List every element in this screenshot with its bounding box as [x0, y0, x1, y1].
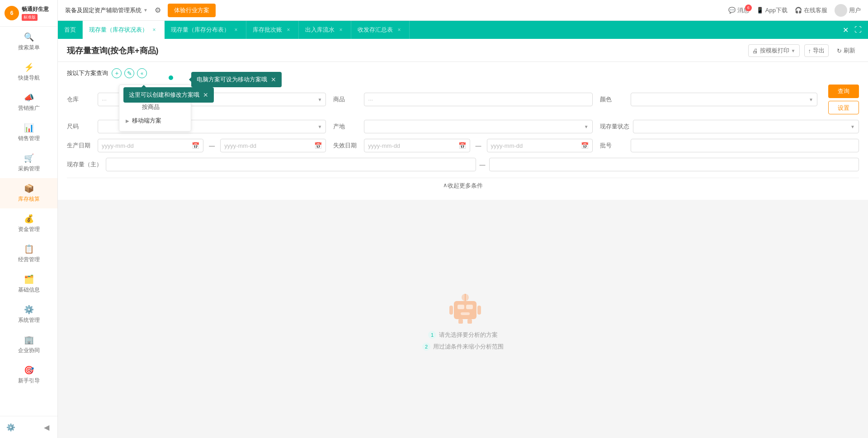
edit-schema-btn[interactable]: ✎ [124, 68, 134, 78]
mobile-schema-group[interactable]: ▶ 移动端方案 [119, 115, 191, 127]
color-select[interactable]: ▼ [631, 93, 817, 106]
inv-qty-from[interactable] [106, 158, 476, 171]
purchase-icon: 🛒 [24, 153, 34, 163]
collapse-bar[interactable]: ∧ 收起更多条件 [67, 178, 859, 193]
mobile-icon: 📱 [756, 7, 764, 14]
system-select[interactable]: 装备及固定资产辅助管理系统 ▼ [65, 6, 148, 14]
system-settings-icon[interactable]: ⚙ [151, 4, 164, 17]
system-title: 装备及固定资产辅助管理系统 [65, 6, 142, 14]
svg-rect-7 [477, 306, 481, 315]
sidebar-item-operations[interactable]: 📋 经营管理 [0, 239, 57, 269]
tab-close-dist[interactable]: × [232, 26, 240, 33]
tab-close-inout[interactable]: × [337, 26, 344, 33]
refresh-btn[interactable]: ↻ 刷新 [833, 45, 859, 57]
back-schema-btn[interactable]: « [137, 68, 147, 78]
tab-maximize-icon[interactable]: ⛶ [852, 24, 864, 36]
inventory-status-select[interactable]: ▼ [633, 120, 859, 133]
tab-close-inventory-status[interactable]: × [151, 26, 158, 33]
add-schema-btn[interactable]: ＋ [112, 68, 122, 78]
system-icon: ⚙️ [24, 305, 34, 315]
app-download[interactable]: 📱 App下载 [756, 6, 788, 14]
sidebar: 6 畅通好生意 标准版 🔍 搜索菜单 ⚡ 快捷导航 📣 营销推广 📊 销售管理 … [0, 0, 58, 438]
hint-num-2: 2 [422, 343, 430, 351]
export-btn[interactable]: ↑ 导出 [804, 44, 829, 57]
online-service[interactable]: 🎧 在线客服 [795, 6, 827, 14]
tab-home[interactable]: 首页 [58, 21, 83, 39]
sidebar-item-sales[interactable]: 📊 销售管理 [0, 118, 57, 148]
user-avatar [835, 4, 847, 17]
sidebar-item-inventory[interactable]: 📦 库存核算 [0, 178, 57, 208]
logo-text-area: 畅通好生意 标准版 [22, 5, 49, 21]
print-dropdown: ▼ [791, 48, 796, 53]
sidebar-label-operations: 经营管理 [18, 256, 40, 264]
sidebar-bottom: ⚙️ ◀ [0, 416, 57, 438]
collapse-sidebar-icon[interactable]: ◀ [40, 421, 53, 433]
sidebar-label-basic: 基础信息 [18, 286, 40, 294]
product-dots: ··· [368, 96, 373, 103]
filter-inventory-status: 现存量状态 ▼ [600, 120, 859, 133]
prod-date-from[interactable]: yyyy-mm-dd 📅 [98, 139, 203, 152]
hint-text-1: 请先选择要分析的方案 [439, 331, 498, 339]
sidebar-item-search[interactable]: 🔍 搜索菜单 [0, 27, 57, 57]
sidebar-item-marketing[interactable]: 📣 营销推广 [0, 87, 57, 118]
tab-collect-label: 收发存汇总表 [358, 26, 393, 34]
search-button[interactable]: 查询 [828, 85, 859, 98]
operations-icon: 📋 [24, 244, 34, 254]
tab-inventory-dist-label: 现存量（库存分布表） [171, 26, 230, 34]
prod-date-to[interactable]: yyyy-mm-dd 📅 [220, 139, 326, 152]
tab-inventory-dist[interactable]: 现存量（库存分布表） × [165, 21, 246, 39]
header-left: 装备及固定资产辅助管理系统 ▼ ⚙ 体验行业方案 [65, 4, 216, 17]
marketing-icon: 📣 [24, 93, 34, 103]
sidebar-item-assets[interactable]: 💰 资金管理 [0, 208, 57, 239]
username-label: 用户 [849, 6, 861, 14]
sidebar-item-quick-nav[interactable]: ⚡ 快捷导航 [0, 57, 57, 87]
tab-close-all-icon[interactable]: ✕ [839, 24, 852, 36]
system-dropdown-arrow: ▼ [143, 8, 148, 13]
sidebar-item-enterprise[interactable]: 🏢 企业协同 [0, 330, 57, 360]
filter-origin: 产地 ▼ [333, 120, 592, 133]
expire-date-from[interactable]: yyyy-mm-dd 📅 [364, 139, 470, 152]
page-title: 现存量查询(按仓库+商品) [67, 45, 159, 56]
experience-btn[interactable]: 体验行业方案 [168, 4, 216, 17]
sidebar-label-quick: 快捷导航 [18, 74, 40, 82]
sidebar-item-guide[interactable]: 🎯 新手引导 [0, 360, 57, 390]
tooltip-pc-schema: 电脑方案可设为移动方案哦 ✕ [191, 72, 282, 87]
settings-bottom-icon[interactable]: ⚙️ [5, 421, 17, 433]
origin-label: 产地 [333, 122, 360, 131]
inventory-status-label: 现存量状态 [600, 122, 629, 131]
reset-button[interactable]: 设置 [828, 101, 859, 114]
tab-close-collect[interactable]: × [396, 26, 403, 33]
origin-select[interactable]: ▼ [364, 120, 592, 133]
svg-rect-3 [458, 305, 464, 309]
sidebar-logo: 6 畅通好生意 标准版 [0, 0, 57, 27]
notification-area[interactable]: 💬 6 6 消息 [728, 6, 749, 14]
product-select[interactable]: ··· [364, 93, 592, 106]
tooltip1-close-btn[interactable]: ✕ [271, 76, 276, 83]
guide-dot-1 [169, 75, 173, 80]
inv-qty-to[interactable] [489, 158, 859, 171]
sales-icon: 📊 [24, 123, 34, 133]
filter-label: 按以下方案查询 [67, 69, 108, 77]
color-arrow: ▼ [809, 97, 813, 102]
sidebar-label-inventory: 库存核算 [18, 195, 40, 203]
page-header-area: 现存量查询(按仓库+商品) 🖨 按模板打印 ▼ ↑ 导出 ↻ 刷新 [58, 39, 868, 62]
sidebar-item-basic-info[interactable]: 🗂️ 基础信息 [0, 269, 57, 299]
tab-inventory-status[interactable]: 现存量（库存状况表） × [83, 21, 165, 39]
tab-collect-summary[interactable]: 收发存汇总表 × [351, 21, 410, 39]
print-btn[interactable]: 🖨 按模板打印 ▼ [748, 44, 800, 57]
user-area[interactable]: 用户 [835, 4, 861, 17]
sidebar-item-purchase[interactable]: 🛒 采购管理 [0, 148, 57, 178]
prod-date-to-val: yyyy-mm-dd [224, 142, 256, 149]
page-content: 现存量查询(按仓库+商品) 🖨 按模板打印 ▼ ↑ 导出 ↻ 刷新 [58, 39, 868, 438]
sidebar-label-guide: 新手引导 [18, 377, 40, 385]
pc-schema-item-1[interactable]: 按商品 [128, 101, 191, 113]
tooltip2-close-btn[interactable]: ✕ [203, 91, 208, 99]
expire-date-to[interactable]: yyyy-mm-dd 📅 [487, 139, 593, 152]
prod-date-from-val: yyyy-mm-dd [102, 142, 134, 149]
tab-inout-flow[interactable]: 出入库流水 × [299, 21, 351, 39]
batch-no-input[interactable] [631, 139, 859, 152]
prod-date-to-icon: 📅 [314, 142, 322, 149]
sidebar-item-system[interactable]: ⚙️ 系统管理 [0, 299, 57, 330]
tab-close-batch[interactable]: × [285, 26, 292, 33]
tab-batch-account[interactable]: 库存批次账 × [246, 21, 299, 39]
